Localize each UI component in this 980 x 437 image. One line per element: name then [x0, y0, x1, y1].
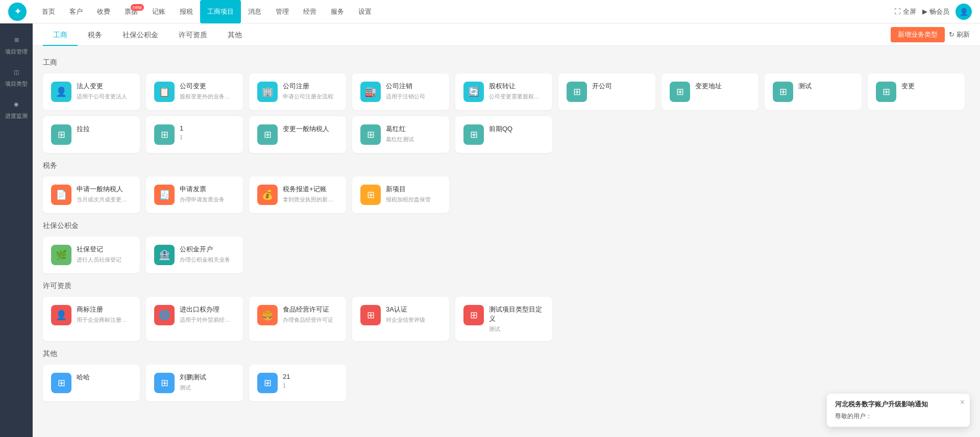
- tab-industry[interactable]: 工商: [43, 25, 78, 46]
- sidebar: ⊞ 项目管理 ◫ 项目类型 ◉ 进度监测: [0, 23, 33, 437]
- card-desc-trademark: 用于企业商标注册服务: [77, 316, 132, 324]
- card-title-fund-account: 公积金开户: [180, 245, 235, 254]
- card-desc-legal-change: 适用于公司变更法人: [77, 93, 132, 100]
- card-icon-equity-transfer: 🔄: [463, 82, 484, 102]
- card-title-change: 变更: [901, 82, 957, 91]
- card-equity-transfer[interactable]: 🔄 股权转让 公司变更需要股权转让: [455, 73, 552, 110]
- refresh-icon: ↻: [949, 31, 954, 38]
- card-info-twenty-one: 21 1: [283, 373, 338, 389]
- tax-section-title: 税务: [43, 161, 970, 170]
- card-test[interactable]: ⊞ 测试: [765, 73, 862, 110]
- card-info-mahonghong: 葛红红 葛红红测试: [386, 124, 441, 143]
- tab-social-fund[interactable]: 社保公积金: [112, 25, 168, 46]
- nav-item-settings[interactable]: 设置: [351, 0, 379, 23]
- tab-license[interactable]: 许可资质: [168, 25, 217, 46]
- card-lala[interactable]: ⊞ 拉拉: [43, 116, 140, 153]
- tab-others[interactable]: 其他: [217, 25, 252, 46]
- card-icon-import-export: 🌐: [154, 305, 175, 325]
- card-icon-mahonghong: ⊞: [360, 124, 381, 145]
- user-avatar[interactable]: 👤: [955, 4, 972, 20]
- card-title-one: 1: [180, 124, 235, 132]
- nav-item-management[interactable]: 管理: [268, 0, 296, 23]
- card-desc-apply-invoice: 办理申请发票业务: [180, 196, 235, 203]
- card-test-project-type[interactable]: ⊞ 测试项目类型目定义 测试: [455, 297, 552, 341]
- card-info-liupeng-test: 刘鹏测试 测试: [180, 373, 235, 392]
- card-title-food-permit: 食品经营许可证: [283, 305, 338, 314]
- nav-badge-tickets: new: [131, 4, 144, 11]
- card-change-address[interactable]: ⊞ 变更地址: [662, 73, 758, 110]
- nav-item-accounting[interactable]: 记账: [145, 0, 173, 23]
- avatar-icon: 👤: [960, 8, 968, 16]
- card-change[interactable]: ⊞ 变更: [868, 73, 965, 110]
- card-3a-cert[interactable]: ⊞ 3A认证 对企业信誉评级: [352, 297, 449, 341]
- tab-bar: 工商税务社保公积金许可资质其他 新增业务类型 ↻ 刷新: [33, 23, 980, 46]
- card-title-change-address: 变更地址: [695, 82, 750, 91]
- card-title-change-tax: 变更一般纳税人: [283, 124, 338, 134]
- member-button[interactable]: ▶ 畅会员: [922, 7, 949, 16]
- card-liupeng-test[interactable]: ⊞ 刘鹏测试 测试: [146, 365, 243, 401]
- card-company-cancel[interactable]: 🏭 公司注销 适用于注销公司: [352, 73, 449, 110]
- nav-item-industry[interactable]: 工商项目: [200, 0, 241, 23]
- card-title-import-export: 进出口权办理: [180, 305, 235, 314]
- tax-cards-grid: 📄 申请一般纳税人 当月或次月成变更完成 🧾 申请发票 办理申请发票业务 💰 税…: [43, 176, 970, 213]
- card-title-social-register: 社保登记: [77, 245, 132, 254]
- nav-item-home[interactable]: 首页: [35, 0, 62, 23]
- sidebar-item-progress-monitor[interactable]: ◉ 进度监测: [0, 93, 33, 125]
- others-section-title: 其他: [43, 349, 970, 358]
- refresh-button[interactable]: ↻ 刷新: [949, 30, 970, 39]
- card-food-permit[interactable]: 🍔 食品经营许可证 办理食品经营许可证: [249, 297, 346, 341]
- nav-item-billing[interactable]: 收费: [90, 0, 117, 23]
- main-content: 工商税务社保公积金许可资质其他 新增业务类型 ↻ 刷新 工商 👤 法人变更 适用…: [33, 23, 980, 437]
- card-info-early-qq: 前期QQ: [489, 124, 544, 136]
- card-desc-apply-taxpayer: 当月或次月成变更完成: [77, 196, 132, 203]
- notification-close-button[interactable]: ×: [960, 398, 965, 407]
- card-info-company-change: 公司变更 股权变更外的业务变更: [180, 82, 235, 100]
- card-fund-account[interactable]: 🏦 公积金开户 办理公积金相关业务: [146, 237, 243, 273]
- card-company-change[interactable]: 📋 公司变更 股权变更外的业务变更: [146, 73, 243, 110]
- card-trademark[interactable]: 👤 商标注册 用于企业商标注册服务: [43, 297, 140, 341]
- card-haha[interactable]: ⊞ 哈哈: [43, 365, 140, 401]
- sidebar-item-project-type[interactable]: ◫ 项目类型: [0, 61, 33, 93]
- sidebar-label-project-type: 项目类型: [5, 80, 28, 88]
- card-tax-plus-account[interactable]: 💰 税务报道+记账 拿到营业执照的新公司: [249, 176, 346, 213]
- tab-tax[interactable]: 税务: [78, 25, 112, 46]
- card-title-legal-change: 法人变更: [77, 82, 132, 91]
- sidebar-icon-project-mgmt: ⊞: [10, 34, 22, 46]
- sidebar-item-project-mgmt[interactable]: ⊞ 项目管理: [0, 29, 33, 61]
- card-early-qq[interactable]: ⊞ 前期QQ: [455, 116, 552, 153]
- card-desc-fund-account: 办理公积金相关业务: [180, 256, 235, 264]
- card-legal-change[interactable]: 👤 法人变更 适用于公司变更法人: [43, 73, 140, 110]
- card-one[interactable]: ⊞ 1 1: [146, 116, 243, 153]
- nav-item-clients[interactable]: 客户: [62, 0, 90, 23]
- card-social-register[interactable]: 🌿 社保登记 进行人员社保登记: [43, 237, 140, 273]
- card-company-register[interactable]: 🏢 公司注册 申请公司注册全流程: [249, 73, 346, 110]
- card-desc-one: 1: [180, 134, 235, 140]
- member-icon: ▶: [922, 8, 927, 15]
- card-info-3a-cert: 3A认证 对企业信誉评级: [386, 305, 441, 324]
- card-icon-change-tax: ⊞: [257, 124, 278, 145]
- card-apply-taxpayer[interactable]: 📄 申请一般纳税人 当月或次月成变更完成: [43, 176, 140, 213]
- nav-item-services[interactable]: 服务: [324, 0, 351, 23]
- card-open-company[interactable]: ⊞ 开公司: [558, 73, 655, 110]
- card-info-lala: 拉拉: [77, 124, 132, 136]
- card-twenty-one[interactable]: ⊞ 21 1: [249, 365, 346, 401]
- nav-item-messages[interactable]: 消息: [241, 0, 268, 23]
- card-info-food-permit: 食品经营许可证 办理食品经营许可证: [283, 305, 338, 324]
- nav-menu: 首页客户收费票据new记账报税工商项目消息管理经营服务设置: [35, 0, 894, 23]
- card-import-export[interactable]: 🌐 进出口权办理 适用于对外贸易经营者: [146, 297, 243, 341]
- card-info-legal-change: 法人变更 适用于公司变更法人: [77, 82, 132, 100]
- fullscreen-button[interactable]: ⛶ 全屏: [894, 7, 916, 16]
- card-new-project[interactable]: ⊞ 新项目 报税加税控盘保管: [352, 176, 449, 213]
- card-info-change-tax: 变更一般纳税人: [283, 124, 338, 136]
- nav-item-operations[interactable]: 经营: [296, 0, 324, 23]
- nav-right-area: ⛶ 全屏 ▶ 畅会员 👤: [894, 4, 972, 20]
- card-info-change-address: 变更地址: [695, 82, 750, 93]
- nav-item-tax[interactable]: 报税: [173, 0, 200, 23]
- card-title-test-project-type: 测试项目类型目定义: [489, 305, 544, 323]
- card-title-trademark: 商标注册: [77, 305, 132, 314]
- nav-item-tickets[interactable]: 票据new: [117, 0, 145, 23]
- card-apply-invoice[interactable]: 🧾 申请发票 办理申请发票业务: [146, 176, 243, 213]
- card-mahonghong[interactable]: ⊞ 葛红红 葛红红测试: [352, 116, 449, 153]
- add-business-type-button[interactable]: 新增业务类型: [891, 27, 945, 42]
- card-change-tax[interactable]: ⊞ 变更一般纳税人: [249, 116, 346, 153]
